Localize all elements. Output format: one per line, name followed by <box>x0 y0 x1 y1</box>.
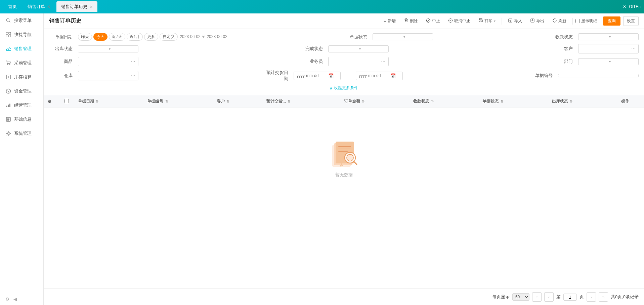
svg-point-11 <box>9 65 10 65</box>
dept-select[interactable]: ▾ <box>578 58 639 65</box>
th-order-amount: 订单金额 ⇅ <box>340 95 409 108</box>
prev-page-icon: ‹ <box>548 295 550 300</box>
customer-field[interactable]: ··· <box>578 44 639 53</box>
refresh-button[interactable]: 刷新 <box>549 16 570 26</box>
th-out-status: 出库状态 ⇅ <box>548 95 617 108</box>
import-button[interactable]: 导入 <box>505 16 525 26</box>
sidebar-bottom-settings[interactable]: ⚙ <box>5 297 9 302</box>
sort-receipt-status-icon[interactable]: ⇅ <box>431 100 434 103</box>
stop-button[interactable]: 中止 <box>423 16 443 26</box>
last-page-button[interactable]: » <box>599 292 608 302</box>
salesperson-dots[interactable]: ··· <box>381 59 385 65</box>
collapse-button[interactable]: ∧ 收起更多条件 <box>330 85 358 91</box>
date-today[interactable]: 今天 <box>93 33 108 41</box>
main-layout: 搜索菜单 快捷导航 销售管理 采购管理 库存核算 <box>0 13 644 305</box>
expected-date-to[interactable]: 📅 <box>356 72 403 80</box>
dept-arrow: ▾ <box>609 60 636 64</box>
sort-order-amount-icon[interactable]: ⇅ <box>362 100 364 103</box>
doc-date-label: 单据日期 <box>49 34 73 40</box>
sort-doc-number-icon[interactable]: ⇅ <box>165 100 168 103</box>
svg-point-51 <box>339 159 343 163</box>
sidebar-item-stock-calc[interactable]: 库存核算 <box>0 70 43 84</box>
tab-sales-order-close[interactable]: ✕ <box>47 4 50 9</box>
first-page-button[interactable]: « <box>532 292 542 302</box>
sidebar-item-basic-info[interactable]: 基础信息 <box>0 112 43 126</box>
content-area: 销售订单历史 + 新增 删除 中止 <box>44 13 644 305</box>
date-7days[interactable]: 近7天 <box>109 33 125 41</box>
next-page-button[interactable]: › <box>587 292 596 302</box>
sidebar-item-purchase-mgmt[interactable]: 采购管理 <box>0 56 43 70</box>
page-number-input[interactable] <box>563 294 577 301</box>
sort-doc-date-icon[interactable]: ⇅ <box>96 100 98 103</box>
sidebar-label-quick-nav: 快捷导航 <box>14 32 32 38</box>
tab-sales-order[interactable]: 销售订单 ✕ <box>23 1 55 12</box>
calendar-to-icon[interactable]: 📅 <box>390 73 396 78</box>
sidebar-item-ops-mgmt[interactable]: 经营管理 <box>0 98 43 112</box>
doc-number-field[interactable] <box>558 74 639 77</box>
export-button[interactable]: 导出 <box>527 16 548 26</box>
gear-icon[interactable]: ⚙ <box>48 99 51 104</box>
sort-out-status-icon[interactable]: ⇅ <box>570 100 572 103</box>
new-button[interactable]: + 新增 <box>380 16 399 26</box>
search-menu-icon <box>5 17 11 24</box>
warehouse-dots[interactable]: ··· <box>131 73 135 79</box>
date-custom[interactable]: 自定义 <box>160 33 178 41</box>
display-cols-checkbox[interactable] <box>575 19 580 23</box>
tab-sales-history[interactable]: 销售订单历史 ✕ <box>56 1 97 12</box>
expected-date-from-input[interactable] <box>297 73 327 78</box>
empty-state-icon <box>324 135 364 172</box>
sidebar-item-sales-mgmt[interactable]: 销售管理 <box>0 42 43 56</box>
sidebar-bottom-collapse[interactable]: ◀ <box>13 297 17 302</box>
customer-dots[interactable]: ··· <box>631 46 636 52</box>
receipt-status-select[interactable]: ▾ <box>578 33 639 40</box>
svg-text:¥: ¥ <box>7 90 9 93</box>
receipt-status-label: 收款状态 <box>549 34 573 40</box>
sidebar-item-search-menu[interactable]: 搜索菜单 <box>0 13 43 28</box>
delete-button[interactable]: 删除 <box>400 16 421 26</box>
sidebar-item-sys-mgmt[interactable]: 系统管理 <box>0 126 43 141</box>
warehouse-field[interactable]: ··· <box>78 71 138 80</box>
svg-point-10 <box>7 65 8 65</box>
dept-label: 部门 <box>549 59 573 65</box>
export-icon <box>530 18 535 24</box>
date-yesterday[interactable]: 昨天 <box>78 33 92 41</box>
sort-customer-icon[interactable]: ⇅ <box>226 100 229 103</box>
goods-field[interactable]: ··· <box>78 57 138 66</box>
sort-expected-date-icon[interactable]: ⇅ <box>288 100 290 103</box>
th-doc-date: 单据日期 ⇅ <box>74 95 143 108</box>
salesperson-field[interactable]: ··· <box>328 57 389 66</box>
out-status-select[interactable]: ▾ <box>78 45 138 52</box>
collapse-label: 收起更多条件 <box>334 85 358 91</box>
tab-home[interactable]: 首页 <box>3 1 22 12</box>
tab-sales-history-close[interactable]: ✕ <box>89 4 93 9</box>
close-window-btn[interactable]: ✕ <box>623 4 626 9</box>
settings-button[interactable]: 设置 <box>623 16 639 26</box>
expected-date-from[interactable]: 📅 <box>294 72 341 80</box>
query-button[interactable]: 查询 <box>603 16 620 26</box>
sort-doc-status-icon[interactable]: ⇅ <box>501 100 503 103</box>
print-button[interactable]: 打印 ▾ <box>475 16 499 26</box>
tab-sales-history-label: 销售订单历史 <box>61 4 87 10</box>
cancel-stop-icon <box>448 18 453 24</box>
date-more[interactable]: 更多 <box>144 33 158 41</box>
doc-status-select[interactable]: ▾ <box>373 33 433 40</box>
collapse-row: ∧ 收起更多条件 <box>49 85 639 91</box>
svg-rect-8 <box>9 35 11 37</box>
out-status-label: 出库状态 <box>49 46 73 52</box>
sidebar-label-stock-calc: 库存核算 <box>14 74 32 80</box>
select-all-checkbox[interactable] <box>65 99 69 103</box>
goods-dots[interactable]: ··· <box>131 59 135 65</box>
sidebar-item-fund-mgmt[interactable]: ¥ 资金管理 <box>0 84 43 98</box>
display-cols-label[interactable]: 显示明细 <box>575 18 597 24</box>
page-label: 第 <box>556 294 561 300</box>
calendar-from-icon[interactable]: 📅 <box>328 73 334 78</box>
date-1month[interactable]: 近1月 <box>127 33 143 41</box>
sidebar-item-quick-nav[interactable]: 快捷导航 <box>0 28 43 42</box>
expected-date-to-input[interactable] <box>359 73 389 78</box>
complete-status-select[interactable]: ▾ <box>328 45 389 52</box>
print-arrow: ▾ <box>494 19 496 23</box>
cancel-stop-button[interactable]: 取消中止 <box>445 16 474 26</box>
page-size-select[interactable]: 50 10 20 100 <box>512 293 529 301</box>
purchase-mgmt-icon <box>5 60 11 66</box>
prev-page-button[interactable]: ‹ <box>544 292 554 302</box>
